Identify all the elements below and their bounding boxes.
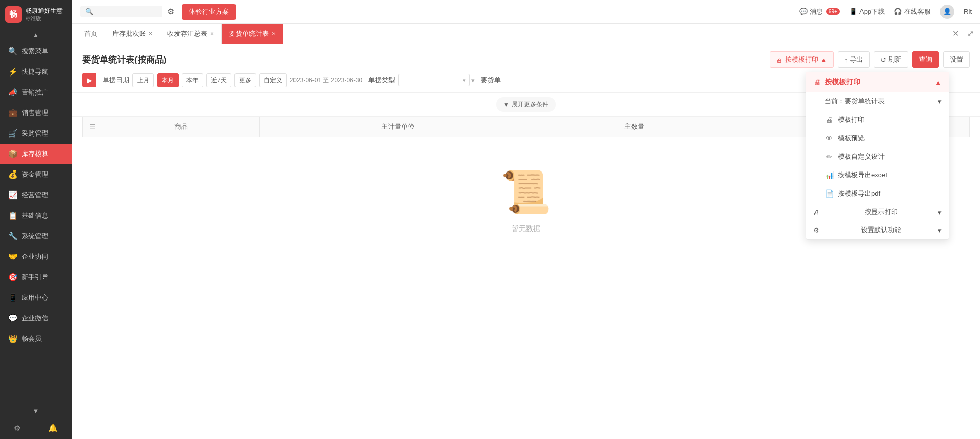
table-settings-icon[interactable]: ☰	[89, 123, 96, 131]
sidebar-item-system-label: 系统管理	[22, 232, 48, 241]
topbar: 🔍 ⚙ 体验行业方案 💬 消息 99+ 📱 App下载 🎧 在线客服 👤 Rit	[72, 0, 980, 24]
table-header-settings: ☰	[83, 117, 103, 137]
messages-btn[interactable]: 💬 消息 99+	[799, 7, 840, 16]
date-btn-7days[interactable]: 近7天	[206, 73, 231, 87]
template-custom-icon: ✏	[825, 152, 834, 161]
sidebar-item-marketing-label: 营销推广	[22, 88, 48, 97]
tab-collect-summary-close[interactable]: ×	[210, 30, 214, 37]
tab-collect-summary[interactable]: 收发存汇总表 ×	[160, 24, 222, 44]
sidebar-item-purchase[interactable]: 🛒 采购管理	[0, 123, 72, 144]
operations-icon: 📈	[8, 190, 17, 200]
dropdown-item-template-preview[interactable]: 👁 模板预览	[806, 129, 949, 147]
sidebar-item-app-center-label: 应用中心	[22, 293, 48, 302]
window-controls: ✕ ⤢	[950, 28, 980, 40]
tab-batch-accounts-close[interactable]: ×	[149, 30, 152, 37]
tab-batch-accounts[interactable]: 库存批次账 ×	[105, 24, 160, 44]
tab-order-stats[interactable]: 要货单统计表 ×	[222, 24, 283, 44]
sound-bottom-icon[interactable]: 🔔	[44, 422, 62, 435]
avatar[interactable]: 👤	[940, 5, 954, 19]
service-icon: 🎧	[894, 8, 902, 15]
messages-label: 消息	[810, 7, 823, 16]
query-btn[interactable]: 查询	[912, 51, 939, 68]
expand-more-btn[interactable]: ▼ 展开更多条件	[496, 97, 556, 112]
date-btn-custom[interactable]: 自定义	[259, 73, 287, 87]
quick-nav-icon: ⚡	[8, 67, 17, 77]
sidebar-item-system[interactable]: 🔧 系统管理	[0, 226, 72, 246]
type-label: 单据类型	[368, 75, 395, 85]
sidebar-item-operations[interactable]: 📈 经营管理	[0, 185, 72, 205]
sidebar-item-member[interactable]: 👑 畅会员	[0, 329, 72, 349]
sidebar-item-sales[interactable]: 💼 销售管理	[0, 103, 72, 123]
dropdown-printer-icon: 🖨	[813, 78, 820, 86]
dropdown-item-template-custom-label: 模板自定义设计	[838, 152, 885, 161]
refresh-btn[interactable]: ↺ 刷新	[874, 51, 908, 68]
dropdown-title: 按模板打印	[825, 78, 860, 87]
scroll-up-btn[interactable]: ▲	[0, 29, 72, 41]
dropdown-item-template-print[interactable]: 🖨 模板打印	[806, 110, 949, 129]
app-badge: 标准版	[26, 15, 63, 22]
sidebar-item-purchase-label: 采购管理	[22, 129, 48, 138]
page-content: 要货单统计表(按商品) 🖨 按模板打印 ▲ ↑ 导出 ↺ 刷新 查询	[72, 44, 980, 439]
settings-bottom-icon[interactable]: ⚙	[10, 422, 25, 435]
app-name: 畅康通好生意	[26, 7, 63, 15]
expand-icon: ▼	[503, 101, 509, 108]
dropdown-header[interactable]: 🖨 按模板打印 ▲	[806, 72, 949, 92]
sidebar-item-wechat[interactable]: 💬 企业微信	[0, 308, 72, 329]
basic-info-icon: 📋	[8, 211, 17, 220]
tab-order-stats-label: 要货单统计表	[229, 29, 269, 39]
tab-home-label: 首页	[84, 29, 97, 39]
empty-icon: 📜	[500, 168, 552, 216]
printer-icon: 🖨	[776, 56, 783, 64]
scroll-down-btn[interactable]: ▼	[0, 405, 72, 417]
system-icon: 🔧	[8, 232, 17, 241]
win-maximize-btn[interactable]: ⤢	[965, 28, 976, 40]
member-icon: 👑	[8, 334, 17, 343]
app-download-btn[interactable]: 📱 App下载	[849, 7, 885, 16]
type-select[interactable]	[398, 74, 470, 86]
sidebar-item-quick-nav-label: 快捷导航	[22, 67, 48, 77]
dropdown-header-right: ▲	[935, 79, 942, 86]
sidebar-item-marketing[interactable]: 📣 营销推广	[0, 82, 72, 103]
sidebar-item-search[interactable]: 🔍 搜索菜单	[0, 41, 72, 62]
wechat-icon: 💬	[8, 314, 17, 323]
trial-btn[interactable]: 体验行业方案	[182, 4, 236, 20]
win-close-btn[interactable]: ✕	[950, 28, 961, 40]
dropdown-item-template-custom[interactable]: ✏ 模板自定义设计	[806, 147, 949, 166]
expand-more-label: 展开更多条件	[512, 100, 548, 109]
sidebar-item-inventory[interactable]: 📦 库存核算	[0, 144, 72, 164]
sidebar-item-basic-info[interactable]: 📋 基础信息	[0, 205, 72, 226]
table-header-quantity: 主数量	[536, 117, 733, 137]
dropdown-current-arrow: ▾	[938, 98, 942, 105]
type-select-wrapper	[398, 74, 470, 86]
date-btn-last-month[interactable]: 上月	[132, 73, 154, 87]
date-btn-more[interactable]: 更多	[234, 73, 256, 87]
sidebar-item-app-center[interactable]: 📱 应用中心	[0, 288, 72, 308]
template-print-btn[interactable]: 🖨 按模板打印 ▲	[770, 51, 834, 68]
dropdown-item-export-excel[interactable]: 📊 按模板导出excel	[806, 166, 949, 184]
sidebar-item-finance[interactable]: 💰 资金管理	[0, 164, 72, 185]
topbar-search[interactable]: 🔍	[80, 6, 162, 17]
search-input[interactable]	[96, 8, 157, 15]
dropdown-current-header[interactable]: 当前：要货单统计表 ▾	[806, 92, 949, 110]
sidebar-item-guide[interactable]: 🎯 新手引导	[0, 267, 72, 288]
dropdown-item-export-pdf[interactable]: 📄 按模板导出pdf	[806, 184, 949, 203]
dropdown-item-export-excel-label: 按模板导出excel	[838, 170, 887, 180]
date-btn-this-month[interactable]: 本月	[157, 73, 179, 87]
dropdown-collapse-icon: ▲	[935, 79, 942, 86]
refresh-icon: ↺	[880, 56, 886, 64]
dropdown-current-label: 当前：要货单统计表	[825, 97, 885, 106]
sidebar-item-quick-nav[interactable]: ⚡ 快捷导航	[0, 62, 72, 82]
dropdown-display-print-header[interactable]: 🖨 按显示打印 ▾	[806, 203, 949, 221]
gear-icon[interactable]: ⚙	[167, 7, 174, 16]
tab-order-stats-close[interactable]: ×	[272, 30, 276, 37]
tab-home[interactable]: 首页	[77, 24, 105, 44]
sidebar-item-collab[interactable]: 🤝 企业协同	[0, 246, 72, 267]
online-service-btn[interactable]: 🎧 在线客服	[894, 7, 931, 16]
export-btn[interactable]: ↑ 导出	[838, 51, 870, 68]
filter-toggle-btn[interactable]: ▶	[82, 73, 96, 87]
date-btn-this-year[interactable]: 本年	[182, 73, 203, 87]
dropdown-set-default-header[interactable]: ⚙ 设置默认功能 ▾	[806, 221, 949, 239]
sidebar-item-basic-info-label: 基础信息	[22, 211, 48, 220]
chevron-up-icon: ▲	[820, 56, 827, 64]
settings-btn[interactable]: 设置	[943, 51, 970, 68]
